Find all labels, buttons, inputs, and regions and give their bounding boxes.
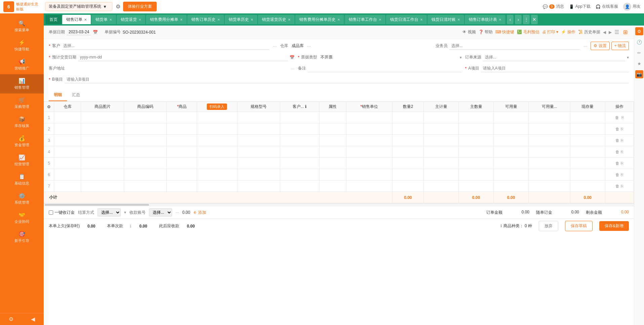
- sidebar-item-enterprise[interactable]: 🤝 企业协同: [0, 208, 44, 228]
- row-1-code[interactable]: [124, 112, 167, 123]
- tab-close-stats[interactable]: ✕: [499, 18, 501, 22]
- row-1-unit[interactable]: [346, 112, 392, 123]
- add-goods-btn[interactable]: + 物流: [611, 42, 629, 50]
- delivery-calendar-icon[interactable]: 📅: [290, 55, 295, 60]
- tab-close-sales-order[interactable]: ✕: [84, 18, 87, 22]
- delete-icon[interactable]: 🗑: [615, 172, 619, 177]
- delete-icon[interactable]: 🗑: [615, 184, 619, 189]
- tab-next-btn[interactable]: ›: [515, 15, 522, 24]
- copy-icon[interactable]: ⎘: [621, 172, 623, 177]
- row-1-delete-icon[interactable]: 🗑: [615, 115, 619, 120]
- copy-icon[interactable]: ⎘: [621, 138, 623, 143]
- rp-scan-icon[interactable]: 📷: [635, 70, 643, 78]
- delete-icon[interactable]: 🗑: [615, 138, 619, 143]
- customer-addr-more-icon[interactable]: ···: [291, 66, 295, 71]
- remark-input[interactable]: [308, 65, 462, 72]
- staff-input[interactable]: [449, 42, 580, 50]
- row-1-main-qty[interactable]: [459, 112, 494, 123]
- account-more-icon[interactable]: ···: [176, 210, 179, 215]
- tab-close-daily-account[interactable]: ✕: [457, 18, 460, 22]
- tab-home[interactable]: 首页: [45, 15, 62, 24]
- calendar-icon[interactable]: 📅: [93, 30, 98, 35]
- help-action[interactable]: ❓ 帮助: [479, 29, 493, 35]
- tab-more-btn[interactable]: ⋮: [523, 15, 530, 24]
- tab-sales-goods[interactable]: 销货单 ✕: [91, 15, 116, 24]
- row-1-customer[interactable]: [280, 112, 319, 123]
- col-product-code[interactable]: 商品编码: [124, 102, 167, 112]
- nav-next[interactable]: ▶: [609, 30, 612, 35]
- rp-clock-icon[interactable]: 🕐: [635, 38, 643, 46]
- col-qty2[interactable]: 数量2: [392, 102, 424, 112]
- tab-prev-btn[interactable]: ‹: [507, 15, 514, 24]
- copy-icon[interactable]: ⎘: [621, 161, 623, 166]
- sidebar-item-operations[interactable]: 📈 经营管理: [0, 151, 44, 170]
- tab-close-fee-history[interactable]: ✕: [337, 18, 340, 22]
- a-project-input[interactable]: [481, 65, 629, 72]
- deposit-checkbox-label[interactable]: 一键收订金: [49, 210, 75, 215]
- col-spec[interactable]: 规格型号: [237, 102, 280, 112]
- order-source-input[interactable]: [483, 53, 625, 61]
- tab-close-all-btn[interactable]: ✕: [531, 15, 538, 24]
- profit-action[interactable]: 💹 毛利预估: [517, 29, 539, 35]
- invoice-dropdown-icon[interactable]: ▾: [460, 55, 462, 60]
- row-1-copy-icon[interactable]: ⎘: [621, 115, 624, 120]
- copy-icon[interactable]: ⎘: [621, 150, 623, 154]
- tab-close-fee-split[interactable]: ✕: [180, 18, 183, 22]
- b-project-input[interactable]: [65, 76, 629, 83]
- row-1-spec[interactable]: [237, 112, 280, 123]
- tab-close-workbench[interactable]: ✕: [379, 18, 381, 22]
- staff-more-icon[interactable]: ···: [583, 43, 588, 49]
- customer-input[interactable]: [62, 42, 269, 50]
- rp-edit-icon[interactable]: ✏: [635, 49, 643, 57]
- col-stock[interactable]: 现存量: [570, 102, 605, 112]
- row-1-attr[interactable]: [319, 112, 346, 123]
- system-selector[interactable]: 装备及固定资产辅助管理系统 ▼: [45, 2, 112, 11]
- save-draft-button[interactable]: 保存草稿: [565, 221, 593, 231]
- tab-summary[interactable]: 汇总: [67, 89, 85, 101]
- date-value[interactable]: 2023-03-24: [67, 29, 91, 35]
- industry-button[interactable]: 体验行业方案: [123, 2, 157, 11]
- sidebar-item-finance[interactable]: 💰 资金管理: [0, 132, 44, 151]
- settings-btn[interactable]: ⚙ 设置: [591, 42, 609, 50]
- account-select[interactable]: 选择...: [149, 208, 172, 216]
- tab-close-sales-goods[interactable]: ✕: [109, 18, 112, 22]
- rp-settings-icon[interactable]: ⚙: [635, 27, 643, 35]
- tab-sales-order-history[interactable]: 销售订单历史 ✕: [187, 15, 224, 24]
- tab-sales-return-history[interactable]: 销货退货历史 ✕: [258, 15, 295, 24]
- delete-icon[interactable]: 🗑: [615, 161, 619, 166]
- sidebar-settings[interactable]: ⚙: [9, 316, 13, 322]
- sidebar-collapse[interactable]: ◀: [31, 316, 35, 322]
- col-available-more[interactable]: 可用量...: [529, 102, 570, 112]
- deposit-checkbox[interactable]: [49, 210, 53, 215]
- col-sales-unit[interactable]: *销售单位: [346, 102, 392, 112]
- col-available[interactable]: 可用量: [494, 102, 529, 112]
- tab-sales-fee-split[interactable]: 销售费用分摊单 ✕: [146, 15, 187, 24]
- customer-more-icon[interactable]: ···: [273, 43, 277, 49]
- online-service[interactable]: 🎧 在线客服: [596, 4, 618, 9]
- sidebar-item-inventory[interactable]: 📦 库存核算: [0, 113, 44, 132]
- col-scan[interactable]: 扫码录入: [197, 102, 237, 112]
- app-download[interactable]: 📱 App下载: [569, 4, 591, 9]
- scan-btn[interactable]: 扫码录入: [207, 104, 227, 110]
- user-area[interactable]: 👤 用友: [623, 3, 641, 11]
- payment-method-select[interactable]: 选择...: [98, 208, 121, 216]
- tab-sales-stats[interactable]: 销售订单统计表 ✕: [465, 15, 505, 24]
- sidebar-item-system[interactable]: ⚙️ 系统管理: [0, 189, 44, 208]
- tab-sales-fee-history[interactable]: 销售费用分摊单历史 ✕: [295, 15, 344, 24]
- tab-close-sales-return[interactable]: ✕: [139, 18, 141, 22]
- sidebar-item-marketing[interactable]: 📢 营销推广: [0, 55, 44, 74]
- tab-sales-workbench[interactable]: 销售订单工作台 ✕: [345, 15, 385, 24]
- shortcut-action[interactable]: ⌨ 快捷键: [495, 29, 514, 35]
- print-action[interactable]: 🖨 打印 ▾: [542, 29, 559, 35]
- sidebar-item-sales[interactable]: 📊 销售管理: [0, 74, 44, 93]
- copy-icon[interactable]: ⎘: [621, 184, 623, 189]
- col-product-image[interactable]: 商品图片: [81, 102, 124, 112]
- tab-daily-clear-workbench[interactable]: 钱货日清工作台 ✕: [386, 15, 427, 24]
- delete-icon[interactable]: 🗑: [615, 150, 619, 154]
- table-scrollbar-thumb[interactable]: [45, 204, 149, 206]
- sidebar-item-quicknav[interactable]: ⚡ 快捷导航: [0, 36, 44, 55]
- warehouse-more-icon[interactable]: ···: [307, 43, 311, 49]
- payment-method-dropdown[interactable]: ▾: [124, 210, 126, 215]
- row-1-product[interactable]: [167, 112, 197, 123]
- tab-close-return-history[interactable]: ✕: [288, 18, 291, 22]
